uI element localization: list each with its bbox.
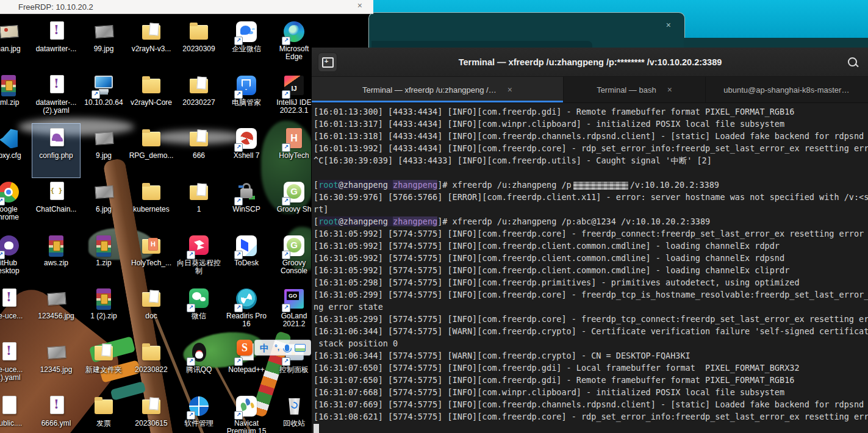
desktop-icon[interactable]: 20230309 [175, 17, 223, 71]
chinese-mode-icon[interactable]: 中 [260, 343, 269, 352]
folder-icon [91, 394, 116, 418]
icon-box: ↗ [187, 231, 211, 258]
desktop-icon[interactable]: 99.jpg [80, 17, 127, 71]
shortcut-arrow-icon: ↗ [234, 357, 243, 366]
desktop-icon[interactable]: v2rayN-v3... [127, 17, 175, 71]
desktop-icon[interactable]: 发票 [80, 392, 127, 433]
desktop-icon[interactable]: ↗oogle hrome [0, 177, 32, 231]
desktop-icon-label: Groovy Sh [277, 206, 312, 213]
shortcut-arrow-icon: ↗ [91, 90, 100, 99]
terminal-tab[interactable]: Terminal — bash× [564, 77, 706, 102]
icon-box [139, 284, 163, 311]
desktop-icon[interactable]: ↗腾讯QQ [175, 338, 223, 392]
terminal-tab[interactable]: ubuntu@ap-shanghai-k8s-master-1: ~ [706, 77, 868, 102]
desktop-icon[interactable]: 1 [175, 177, 223, 231]
shortcut-arrow-icon: ↗ [282, 37, 290, 45]
desktop-icon[interactable]: doc [127, 284, 175, 338]
icon-box: ↗ [234, 177, 259, 204]
freerdp-titlebar[interactable]: FreeRDP: 10.10.20.2 × [0, 0, 373, 14]
desktop-icon[interactable]: 新建文件夹 [80, 338, 127, 392]
icon-box [0, 338, 21, 365]
terminal-line: [16:31:05:299] [5774:5775] [INFO][com.fr… [314, 288, 868, 301]
desktop-icon[interactable]: datawriter-... (2).yaml [32, 71, 80, 124]
photo-icon [44, 287, 68, 311]
tab-close-icon[interactable]: × [667, 85, 672, 95]
desktop-icon-label: 6.jpg [96, 206, 112, 213]
close-icon[interactable]: × [357, 1, 362, 10]
desktop-icon[interactable]: 1.zip [80, 231, 127, 285]
desktop-icon[interactable]: ↗软件管理 [175, 392, 223, 433]
new-tab-button[interactable] [318, 52, 337, 72]
icon-box: ↗ [234, 392, 259, 418]
desktop-icon-label: 腾讯QQ [186, 366, 212, 374]
desktop-icon-label: ToDesk [234, 259, 259, 267]
desktop-icon[interactable]: 6666.yml [32, 392, 80, 433]
shortcut-arrow-icon: ↗ [187, 357, 195, 366]
desktop-icon[interactable]: ↗itHub esktop [0, 231, 32, 285]
desktop-icon[interactable]: ↗10.10.20.64 [80, 71, 127, 124]
background-window-teal[interactable]: × [368, 12, 685, 48]
desktop-icon[interactable]: datawriter-... [32, 17, 80, 71]
background-window-teal-right[interactable] [684, 38, 868, 48]
desktop-icon[interactable]: tml.zip [0, 71, 32, 124]
desktop-icon[interactable]: ChatChain... [32, 177, 80, 231]
photo-icon [91, 20, 116, 44]
desktop-icon[interactable]: ↗ToDesk [223, 231, 270, 285]
desktop-icon[interactable]: 9.jpg [80, 124, 127, 177]
desktop-icon[interactable]: roxy.cfg [0, 124, 32, 177]
input-method-toolbar[interactable]: S 中 °, [237, 339, 311, 356]
desktop-icon[interactable]: RPG_demo... [127, 124, 175, 177]
terminal-line: [16:31:05:992] [5774:5775] [INFO][com.fr… [314, 264, 868, 276]
terminal-screen[interactable]: [16:01:13:300] [4433:4434] [INFO][com.fr… [312, 103, 868, 433]
shortcut-arrow-icon: ↗ [282, 197, 290, 206]
icon-box [0, 124, 21, 151]
close-icon[interactable]: × [666, 20, 671, 30]
desktop-icon[interactable]: public.... [0, 392, 32, 433]
desktop-icon[interactable]: ↗WinSCP [223, 177, 270, 231]
keyboard-icon[interactable] [295, 344, 306, 352]
rdp-icon: ↗ [91, 73, 116, 98]
icon-box [91, 284, 116, 311]
desktop-icon-label: 20230309 [182, 45, 215, 53]
desktop-icon[interactable]: 20230615 [127, 392, 175, 433]
desktop-icon[interactable]: nan.jpg [0, 17, 32, 71]
desktop-icon[interactable]: v2rayN-Core [127, 71, 175, 124]
desktop-icon-label: v2rayN-Core [131, 99, 172, 107]
sogou-logo-icon[interactable]: S [237, 340, 253, 356]
terminal-line: [root@zhangpeng zhangpeng]# xfreerdp /u:… [314, 215, 868, 227]
freerdp-window-title: FreeRDP: 10.10.20.2 [18, 2, 93, 12]
desktop-icon[interactable]: ↗企业微信 [223, 17, 270, 71]
desktop-icon[interactable]: 6.jpg [80, 177, 127, 231]
desktop-icon-label: itHub esktop [0, 259, 20, 275]
desktop-icon[interactable]: ↗向日葵远程控 制 [175, 231, 223, 285]
desktop-icon[interactable]: HolyTech_... [127, 231, 175, 285]
desktop-icon-label: public.... [0, 420, 22, 428]
desktop-icon[interactable]: 12345.jpg [32, 338, 80, 392]
shortcut-arrow-icon: ↗ [282, 304, 290, 312]
desktop-icon[interactable]: ne-uce... 2).yaml [0, 338, 32, 392]
punctuation-icon[interactable]: °, [274, 344, 279, 351]
desktop-icon-label: 10.10.20.64 [84, 99, 123, 107]
tab-close-icon[interactable]: × [508, 85, 512, 95]
desktop-icon[interactable]: ne-uce... [0, 284, 32, 338]
desktop-icon[interactable]: kubernetes [127, 177, 175, 231]
desktop-icon[interactable]: ↗Xshell 7 [223, 124, 270, 177]
terminal-tab[interactable]: Terminal — xfreerdp /u:zhangpeng /…× [312, 77, 564, 102]
photo-icon [91, 126, 116, 151]
desktop-icon[interactable]: 20230822 [127, 338, 175, 392]
desktop-icon[interactable]: 666 [175, 124, 223, 177]
terminal-cursor [314, 424, 319, 433]
desktop-icon[interactable]: ↗Readiris Pro 16 [223, 284, 270, 338]
desktop-icon[interactable]: ↗Navicat Premium 15 [223, 392, 270, 433]
microphone-icon[interactable] [285, 345, 289, 351]
desktop-icon[interactable]: 20230227 [175, 71, 223, 124]
desktop-icon[interactable]: aws.zip [32, 231, 80, 285]
desktop-icon[interactable]: 123456.jpg [32, 284, 80, 338]
desktop-icon-label: RPG_demo... [129, 152, 174, 160]
desktop-icon[interactable]: 1 (2).zip [80, 284, 127, 338]
search-button[interactable] [843, 52, 861, 71]
desktop-icon[interactable]: ↗微信 [175, 284, 223, 338]
desktop-icon[interactable]: ↗电脑管家 [223, 71, 270, 124]
terminal-line: [16:31:07:668] [5774:5775] [INFO][com.wi… [314, 386, 868, 398]
desktop-icon[interactable]: config.php [32, 124, 80, 177]
